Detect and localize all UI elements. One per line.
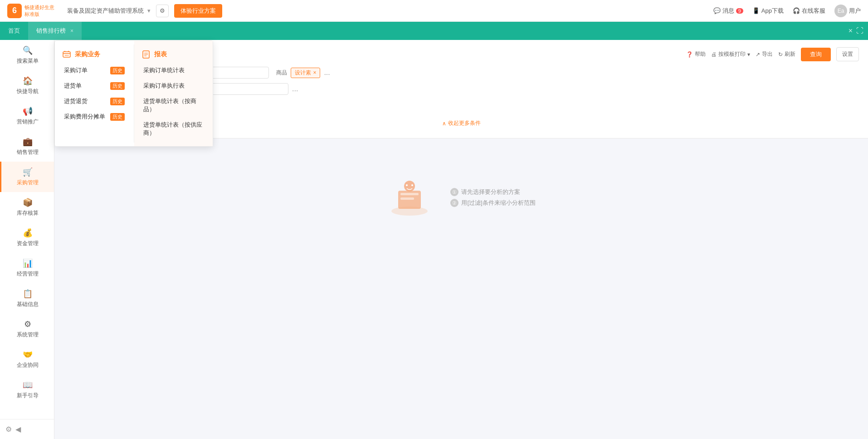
export-icon: ↗ [756, 51, 760, 58]
sidebar-item-enterprise[interactable]: 🤝 企业协同 [0, 344, 54, 375]
close-window-icon[interactable]: × [848, 27, 853, 35]
empty-text: ① 请先选择要分析的方案 ② 用[过滤]条件来缩小分析范围 [450, 188, 535, 207]
sidebar-item-operations[interactable]: 📊 经营管理 [0, 253, 54, 283]
chart-icon: 📊 [23, 258, 33, 268]
stock-return-badge: 历史 [110, 98, 125, 105]
message-icon: 💬 [713, 7, 721, 14]
help-button[interactable]: ❓ 帮助 [686, 50, 706, 58]
fullscreen-icon[interactable]: ⛶ [856, 27, 863, 35]
purchase-section-title: 采购业务 [55, 46, 134, 63]
dropdown-menu: 采购业务 采购订单 历史 进货单 历史 进货退货 历史 采购费用分摊单 历史 报… [54, 40, 213, 147]
logo-text: 畅捷通好生意 标准版 [24, 4, 54, 17]
empty-step-2: ② 用[过滤]条件来缩小分析范围 [450, 199, 535, 207]
gear-button[interactable]: ⚙ [156, 5, 169, 17]
goods-filter: 商品 设计素 × ... [276, 68, 330, 78]
money-icon: 💰 [23, 228, 33, 238]
svg-point-8 [65, 55, 66, 56]
sidebar-item-marketing[interactable]: 📢 营销推广 [0, 101, 54, 131]
system-dropdown-arrow[interactable]: ▾ [147, 7, 151, 14]
menu-item-stock-stats-supplier[interactable]: 进货单统计表（按供应商） [134, 117, 213, 141]
sidebar-bottom: ⚙ ◀ [0, 419, 54, 439]
megaphone-icon: 📢 [23, 106, 33, 116]
menu-item-stock-stats-goods[interactable]: 进货单统计表（按商品） [134, 94, 213, 117]
headset-icon: 🎧 [793, 7, 800, 14]
tab-home[interactable]: 首页 [0, 22, 28, 40]
sidebar-item-guide[interactable]: 📖 新手引导 [0, 375, 54, 405]
briefcase-icon: 💼 [23, 137, 33, 147]
menu-item-purchase-order-exec[interactable]: 采购订单执行表 [134, 78, 213, 94]
message-item[interactable]: 💬 消息 9 [713, 7, 743, 15]
sidebar-item-purchase[interactable]: 🛒 采购管理 [0, 162, 54, 192]
menu-item-purchase-order[interactable]: 采购订单 历史 [55, 63, 134, 78]
topbar: 6 畅捷通好生意 标准版 装备及固定资产辅助管理系统 ▾ ⚙ 体验行业方案 💬 … [0, 0, 868, 22]
svg-point-9 [66, 55, 67, 56]
avatar: Ea [834, 5, 847, 17]
menu-item-purchase-order-stats[interactable]: 采购订单统计表 [134, 63, 213, 78]
purchase-order-badge: 历史 [110, 67, 125, 74]
cart-icon: 🛒 [23, 167, 33, 177]
home-icon: 🏠 [23, 76, 33, 86]
phone-icon: 📱 [752, 7, 760, 14]
svg-point-6 [411, 184, 413, 186]
sidebar-item-system[interactable]: ⚙ 系统管理 [0, 314, 54, 344]
sidebar-item-quick-nav[interactable]: 🏠 快捷导航 [0, 70, 54, 101]
tabbar: 首页 销售排行榜 × × ⛶ [0, 22, 868, 40]
goods-tag: 设计素 × [291, 68, 320, 78]
svg-point-10 [68, 55, 68, 56]
menu-item-purchase-expense[interactable]: 采购费用分摊单 历史 [55, 109, 134, 124]
print-button[interactable]: 🖨 按模板打印 ▾ [711, 50, 750, 58]
logo-area: 6 畅捷通好生意 标准版 [7, 4, 62, 18]
purchase-menu-section: 采购业务 采购订单 历史 进货单 历史 进货退货 历史 采购费用分摊单 历史 [55, 41, 134, 146]
help-icon: ❓ [686, 51, 693, 58]
app-download-item[interactable]: 📱 App下载 [752, 7, 784, 15]
tabbar-actions: × ⛶ [848, 27, 868, 35]
search-icon: 🔍 [23, 45, 33, 55]
svg-rect-2 [400, 193, 419, 195]
svg-rect-7 [63, 52, 70, 57]
online-service-item[interactable]: 🎧 在线客服 [793, 7, 825, 15]
handshake-icon: 🤝 [23, 350, 33, 360]
svg-point-4 [404, 181, 415, 192]
sidebar: 🔍 搜索菜单 🏠 快捷导航 📢 营销推广 💼 销售管理 🛒 采购管理 📦 库存核… [0, 40, 54, 439]
sidebar-item-basic-info[interactable]: 📋 基础信息 [0, 283, 54, 314]
settings-bottom-icon[interactable]: ⚙ [5, 425, 12, 434]
export-button[interactable]: ↗ 导出 [756, 50, 773, 58]
logo-icon: 6 [7, 4, 22, 18]
tab-sales-ranking[interactable]: 销售排行榜 × [28, 22, 82, 40]
industry-button[interactable]: 体验行业方案 [174, 4, 222, 18]
collapse-sidebar-icon[interactable]: ◀ [15, 425, 21, 434]
system-title: 装备及固定资产辅助管理系统 ▾ [67, 7, 151, 15]
sidebar-item-search[interactable]: 🔍 搜索菜单 [0, 40, 54, 70]
collapse-up-icon: ∧ [442, 120, 446, 127]
empty-state: ① 请先选择要分析的方案 ② 用[过滤]条件来缩小分析范围 [54, 138, 868, 256]
goods-tag-close[interactable]: × [313, 69, 316, 76]
report-section-icon [141, 50, 151, 59]
sidebar-item-sales[interactable]: 💼 销售管理 [0, 131, 54, 162]
collapse-more-btn[interactable]: ∧ 收起更多条件 [442, 119, 481, 127]
empty-illustration [387, 175, 432, 220]
svg-point-5 [406, 184, 408, 186]
sidebar-item-finance[interactable]: 💰 资金管理 [0, 222, 54, 253]
purchase-expense-badge: 历史 [110, 113, 125, 121]
tab-close-icon[interactable]: × [70, 28, 73, 34]
refresh-button[interactable]: ↻ 刷新 [778, 50, 795, 58]
svg-rect-3 [400, 197, 414, 200]
message-badge: 9 [736, 8, 743, 14]
stock-in-badge: 历史 [110, 82, 125, 90]
salesman-more-btn[interactable]: ... [292, 85, 298, 93]
print-dropdown-icon[interactable]: ▾ [747, 51, 750, 58]
purchase-section-icon [62, 50, 71, 59]
topbar-right: 💬 消息 9 📱 App下载 🎧 在线客服 Ea 用户 [713, 5, 861, 17]
box-icon: 📦 [23, 197, 33, 207]
refresh-icon: ↻ [778, 51, 783, 58]
goods-more-btn[interactable]: ... [324, 69, 330, 77]
user-item[interactable]: Ea 用户 [834, 5, 861, 17]
sidebar-item-inventory[interactable]: 📦 库存核算 [0, 192, 54, 222]
settings-button[interactable]: 设置 [836, 47, 859, 61]
menu-item-stock-return[interactable]: 进货退货 历史 [55, 94, 134, 109]
menu-item-stock-in[interactable]: 进货单 历史 [55, 78, 134, 94]
book-icon: 📖 [23, 380, 33, 390]
report-menu-section: 报表 采购订单统计表 采购订单执行表 进货单统计表（按商品） 进货单统计表（按供… [134, 41, 213, 146]
query-button[interactable]: 查询 [801, 48, 831, 61]
clipboard-icon: 📋 [23, 289, 33, 299]
